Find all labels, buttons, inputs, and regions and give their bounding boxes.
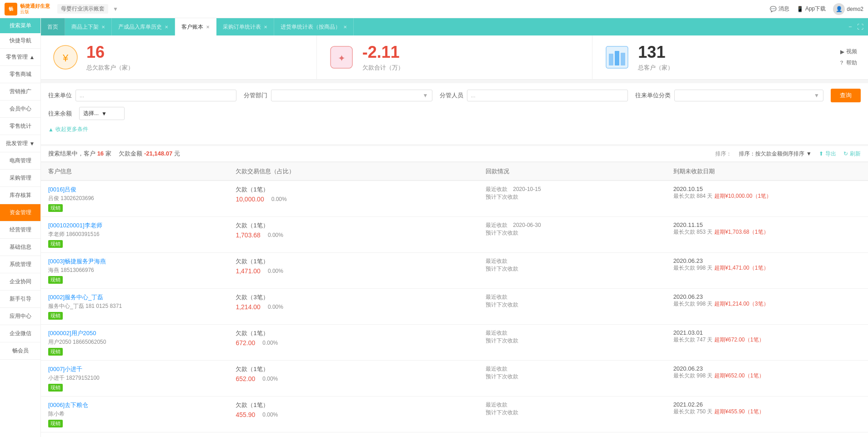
- sidebar-item-apps[interactable]: 应用中心: [0, 308, 40, 325]
- next-payment-1: 预计下次收款: [486, 229, 673, 237]
- sidebar-search[interactable]: 搜索菜单: [0, 18, 40, 33]
- tab-close-customer-ledger[interactable]: ✕: [206, 25, 210, 30]
- sidebar-item-retail-mall[interactable]: 零售商城: [0, 66, 40, 83]
- industry-label[interactable]: 母婴行业演示账套: [57, 4, 108, 14]
- sidebar-item-wholesale-mgmt[interactable]: 批发管理 ▼: [0, 135, 40, 152]
- customer-name-3[interactable]: [0002]服务中心_丁磊: [48, 293, 236, 301]
- sidebar-item-ecommerce[interactable]: 电商管理: [0, 152, 40, 170]
- filter-dept: 分管部门 ▼: [244, 90, 432, 101]
- table-row: [0003]畅捷服务尹海燕 海燕 18513066976 现销 欠款（1笔） 1…: [41, 253, 868, 289]
- export-button[interactable]: ⬆ 导出: [819, 150, 836, 158]
- user-avatar-btn[interactable]: 👤 demo2: [833, 3, 863, 15]
- tab-close-product-status[interactable]: ✕: [101, 25, 105, 30]
- customer-name-2[interactable]: [0003]畅捷服务尹海燕: [48, 257, 236, 266]
- debt-amount-6[interactable]: 455.90: [236, 411, 255, 418]
- sidebar-item-marketing[interactable]: 营销推广: [0, 83, 40, 100]
- recovery-cell-6: 最近收款 预计下次收款: [486, 401, 673, 417]
- filter-unit: 往来单位 ...: [48, 90, 236, 101]
- overdue-link-0[interactable]: 超期¥10,000.00（1笔）: [714, 193, 772, 199]
- debt-amount-1[interactable]: 1,703.68: [236, 231, 261, 239]
- tab-purchase-stats[interactable]: 采购订单统计表 ✕: [216, 18, 274, 35]
- tab-customer-ledger[interactable]: 客户账本 ✕: [175, 18, 216, 35]
- query-button[interactable]: 查询: [831, 89, 861, 102]
- debt-amount-5[interactable]: 652.00: [236, 375, 255, 382]
- overdue-link-5[interactable]: 超期¥652.00（1笔）: [714, 372, 764, 379]
- tab-close-purchase-product-stats[interactable]: ✕: [343, 25, 347, 30]
- overdue-link-4[interactable]: 超期¥672.00（1笔）: [714, 337, 764, 343]
- app-name: 畅捷通好生意: [20, 3, 50, 9]
- tab-close-purchase-stats[interactable]: ✕: [264, 25, 267, 30]
- customer-tag-2: 现销: [48, 276, 63, 284]
- filter-dept-select[interactable]: ▼: [271, 90, 432, 101]
- filter-balance-select[interactable]: 选择... ▼: [79, 107, 125, 120]
- tab-product-status[interactable]: 商品上下架 ✕: [65, 18, 112, 35]
- debt-amount-0[interactable]: 10,000.00: [236, 196, 264, 203]
- sort-arrow-icon: ▼: [806, 151, 812, 157]
- sidebar-item-inventory[interactable]: 库存核算: [0, 187, 40, 204]
- stat-number-3: 131: [638, 43, 673, 62]
- help-btn[interactable]: ？ 帮助: [839, 59, 857, 67]
- customer-tag-5: 现销: [48, 384, 63, 392]
- filter-dept-arrow: ▼: [423, 92, 428, 99]
- overdue-days-5: 最长欠款 998 天 超期¥652.00（1笔）: [673, 372, 861, 380]
- next-payment-2: 预计下次收款: [486, 265, 673, 273]
- customer-name-4[interactable]: [000002]用户2050: [48, 329, 236, 337]
- customer-name-1[interactable]: [0001020001]李老师: [48, 221, 236, 230]
- overdue-date-2: 2020.06.23: [673, 257, 861, 264]
- table-header: 客户信息 欠款交易信息（占比） 回款情况 到期未收款日期: [41, 163, 868, 181]
- customer-name-5[interactable]: [0007]小进千: [48, 365, 236, 373]
- results-info: 搜索结果中，客户 16 家 欠款金额 -21,148.07 元: [48, 150, 180, 158]
- refresh-button[interactable]: ↻ 刷新: [843, 150, 861, 158]
- stat-info-3: 131 总客户（家）: [638, 43, 673, 72]
- top-bar: 畅 畅捷通好生意 云版 母婴行业演示账套 ▼ 💬 消息 📱 App下载 👤: [0, 0, 868, 18]
- sidebar-item-purchase[interactable]: 采购管理: [0, 170, 40, 187]
- customer-name-6[interactable]: [0006]去下粮仓: [48, 401, 236, 409]
- tab-home[interactable]: 首页: [41, 18, 65, 35]
- sidebar-item-operations[interactable]: 经营管理: [0, 221, 40, 239]
- sidebar-item-retail-stats[interactable]: 零售统计: [0, 118, 40, 135]
- sidebar-item-members[interactable]: 会员中心: [0, 100, 40, 118]
- filter-person-input[interactable]: ...: [467, 90, 628, 101]
- debt-amount-4[interactable]: 672.00: [236, 339, 255, 347]
- overdue-cell-6: 2021.02.26 最长欠款 750 天 超期¥455.90（1笔）: [673, 401, 861, 416]
- customer-cell-4: [000002]用户2050 用户2050 18665062050 现销: [48, 329, 236, 356]
- filter-category-select[interactable]: ▼: [674, 90, 823, 101]
- overdue-link-1[interactable]: 超期¥1,703.68（1笔）: [714, 229, 769, 235]
- top-bar-actions: 💬 消息 📱 App下载 👤 demo2: [770, 3, 863, 15]
- debt-amount-row-1: 1,703.68 0.00%: [236, 231, 486, 239]
- sidebar-item-retail-mgmt[interactable]: 零售管理 ▲: [0, 49, 40, 66]
- debt-amount-3[interactable]: 1,214.00: [236, 303, 261, 311]
- sidebar-item-enterprise-wechat[interactable]: 企业微信: [0, 325, 40, 342]
- tab-purchase-product-stats[interactable]: 进货单统计表（按商品） ✕: [274, 18, 354, 35]
- overdue-link-2[interactable]: 超期¥1,471.00（1笔）: [714, 265, 769, 271]
- sidebar-quick-nav[interactable]: 快捷导航: [0, 33, 40, 49]
- tab-product-history[interactable]: 产成品入库单历史 ✕: [112, 18, 175, 35]
- sidebar-item-basic-info[interactable]: 基础信息: [0, 239, 40, 256]
- stat-card-actions: ▶ 视频 ？ 帮助: [839, 48, 857, 67]
- sidebar-item-collab[interactable]: 企业协同: [0, 273, 40, 291]
- stat-info-2: -2.11 欠款合计（万）: [362, 43, 404, 72]
- sidebar-item-system[interactable]: 系统管理: [0, 256, 40, 273]
- filter-unit-input[interactable]: ...: [75, 90, 236, 101]
- collapse-filters-btn[interactable]: ▲ 收起更多条件: [48, 123, 861, 136]
- customer-tag-4: 现销: [48, 348, 63, 356]
- sort-select[interactable]: 排序：按欠款金额倒序排序 ▼: [739, 150, 812, 158]
- help-icon: ？: [839, 59, 844, 67]
- customer-phone-1: 李老师 18600391516: [48, 231, 236, 238]
- debt-cell-5: 欠款（1笔） 652.00 0.00%: [236, 365, 486, 382]
- video-btn[interactable]: ▶ 视频: [840, 48, 857, 55]
- app-download-btn[interactable]: 📱 App下载: [797, 5, 826, 13]
- sidebar-item-members2[interactable]: 畅会员: [0, 342, 40, 360]
- avatar: 👤: [833, 3, 845, 15]
- overdue-link-3[interactable]: 超期¥1,214.00（3笔）: [714, 301, 769, 307]
- sidebar-item-guide[interactable]: 新手引导: [0, 291, 40, 308]
- debt-amount-2[interactable]: 1,471.00: [236, 267, 261, 275]
- customer-name-0[interactable]: [0016]吕俊: [48, 186, 236, 194]
- tab-minimize-btn[interactable]: －: [847, 23, 853, 31]
- message-btn[interactable]: 💬 消息: [770, 5, 789, 13]
- overdue-days-0: 最长欠款 884 天 超期¥10,000.00（1笔）: [673, 192, 861, 200]
- tab-close-product-history[interactable]: ✕: [165, 25, 168, 30]
- tab-maximize-btn[interactable]: ⛶: [857, 23, 863, 30]
- sidebar-item-finance[interactable]: 资金管理: [0, 204, 40, 221]
- overdue-link-6[interactable]: 超期¥455.90（1笔）: [714, 408, 764, 415]
